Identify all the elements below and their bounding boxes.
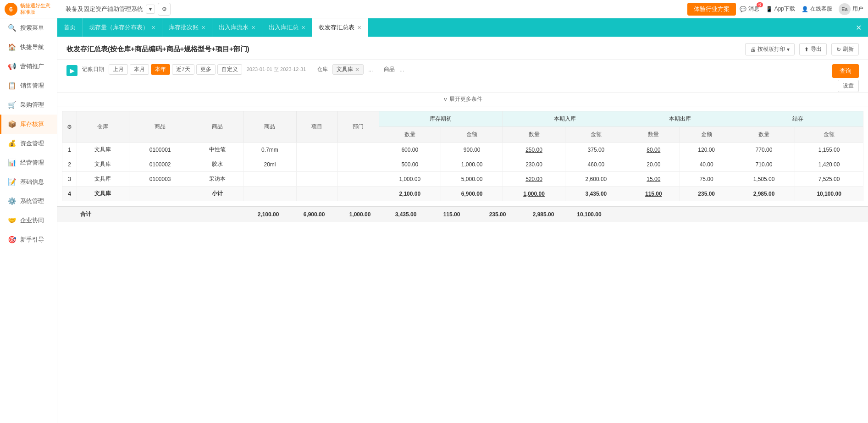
row-open-amt: 1,000.00 xyxy=(441,157,503,172)
row-dept xyxy=(337,143,379,157)
row-dept xyxy=(337,157,379,172)
sidebar-item-enterprise[interactable]: 🤝 企业协同 xyxy=(0,211,57,230)
sidebar-label-finance: 资金管理 xyxy=(20,139,44,148)
row-out-qty[interactable]: 80.00 xyxy=(627,143,680,157)
goods-filter-label: 商品 xyxy=(384,66,395,73)
filter-expand-button[interactable]: ▶ xyxy=(66,65,77,76)
row-out-qty[interactable]: 115.00 xyxy=(627,187,680,201)
tab-summary-close[interactable]: ✕ xyxy=(301,25,305,31)
sidebar-item-guide[interactable]: 🎯 新手引导 xyxy=(0,230,57,249)
row-no: 2 xyxy=(62,157,77,172)
row-close-qty: 2,985.00 xyxy=(733,187,795,201)
tab-stock-dist[interactable]: 现存量（库存分布表） ✕ xyxy=(83,18,162,37)
row-in-amt: 460.00 xyxy=(565,157,627,172)
filter-expand-col: ▶ xyxy=(66,65,77,76)
row-in-qty[interactable]: 520.00 xyxy=(503,172,565,187)
expand-more-button[interactable]: ∨ 展开更多条件 xyxy=(443,95,482,103)
date-btn-more[interactable]: 更多 xyxy=(196,64,216,75)
sidebar-item-basic[interactable]: 📝 基础信息 xyxy=(0,172,57,192)
row-out-qty[interactable]: 15.00 xyxy=(627,172,680,187)
total-close-qty: 2,985.00 xyxy=(520,211,566,218)
row-dept xyxy=(337,187,379,201)
date-btn-7days[interactable]: 近7天 xyxy=(172,64,194,75)
row-out-amt: 120.00 xyxy=(680,143,733,157)
row-goods-code xyxy=(129,187,191,201)
tab-recv-summary-close[interactable]: ✕ xyxy=(357,25,361,31)
system-title: 装备及固定资产辅助管理系统 ▾ ⚙ xyxy=(66,3,684,16)
query-button[interactable]: 查询 xyxy=(832,64,859,78)
sidebar-item-sales[interactable]: 📋 销售管理 xyxy=(0,76,57,95)
settings-icon[interactable]: ⚙ xyxy=(158,3,171,16)
sidebar-item-search[interactable]: 🔍 搜索菜单 xyxy=(0,18,57,38)
warehouse-more-btn[interactable]: ... xyxy=(368,66,373,73)
col-open-qty: 数量 xyxy=(379,127,441,143)
page-actions: 🖨 按模版打印 ▾ ⬆ 导出 ↻ 刷新 xyxy=(745,43,859,55)
date-btn-this-year[interactable]: 本年 xyxy=(151,64,170,75)
total-open-amt: 6,900.00 xyxy=(291,211,337,218)
col-dept-header: 部门 xyxy=(337,111,379,143)
sidebar-item-quick[interactable]: 🏠 快捷导航 xyxy=(0,38,57,57)
refresh-button[interactable]: ↻ 刷新 xyxy=(831,43,859,55)
table-row: 4文具库小计2,100.006,900.001,000.003,435.0011… xyxy=(62,187,863,201)
system-dropdown[interactable]: ▾ xyxy=(146,5,155,14)
warehouse-tag-close[interactable]: ✕ xyxy=(355,66,359,73)
chevron-down-icon: ∨ xyxy=(443,96,448,103)
tab-stock-dist-label: 现存量（库存分布表） xyxy=(89,23,149,32)
row-out-amt: 40.00 xyxy=(680,157,733,172)
total-out-amt: 235.00 xyxy=(475,211,520,218)
tab-recv-summary[interactable]: 收发存汇总表 ✕ xyxy=(312,18,368,37)
goods-more-btn[interactable]: ... xyxy=(399,66,404,73)
bottom-total-bar: 合计 2,100.00 6,900.00 1,000.00 3,435.00 1… xyxy=(57,206,868,222)
sidebar-item-inventory[interactable]: 📦 库存核算 xyxy=(0,115,57,134)
tab-batch[interactable]: 库存批次账 ✕ xyxy=(162,18,212,37)
date-btn-custom[interactable]: 自定义 xyxy=(217,64,242,75)
tab-flow-close[interactable]: ✕ xyxy=(251,25,255,31)
row-project xyxy=(296,143,337,157)
row-in-qty[interactable]: 1,000.00 xyxy=(503,187,565,201)
date-filter: 上月 本月 本年 近7天 更多 自定义 xyxy=(109,64,242,75)
table-container: ⚙ 仓库 商品 商品 商品 项目 部门 库存期初 本期入库 本期出库 结存 xyxy=(57,106,868,206)
tab-bar-close-all[interactable]: ✕ xyxy=(849,23,868,32)
app-download-button[interactable]: 📱 App下载 xyxy=(766,5,795,13)
sidebar-item-finance[interactable]: 💰 资金管理 xyxy=(0,134,57,153)
online-service-button[interactable]: 👤 在线客服 xyxy=(802,5,832,13)
trial-button[interactable]: 体验行业方案 xyxy=(687,3,736,16)
row-close-amt: 1,155.00 xyxy=(795,143,863,157)
date-btn-last-month[interactable]: 上月 xyxy=(109,64,128,75)
sidebar-item-marketing[interactable]: 📢 营销推广 xyxy=(0,57,57,76)
user-button[interactable]: Ea 用户 xyxy=(839,3,863,15)
top-bar: 6 畅捷通好生意 标准版 装备及固定资产辅助管理系统 ▾ ⚙ 体验行业方案 💬 … xyxy=(0,0,868,18)
print-button[interactable]: 🖨 按模版打印 ▾ xyxy=(745,43,795,55)
tab-summary[interactable]: 出入库汇总 ✕ xyxy=(262,18,312,37)
basic-icon: 📝 xyxy=(8,178,17,186)
sidebar-item-purchase[interactable]: 🛒 采购管理 xyxy=(0,95,57,115)
row-no: 3 xyxy=(62,172,77,187)
row-close-amt: 1,420.00 xyxy=(795,157,863,172)
filter-bar: ▶ 记账日期 上月 本月 本年 近7天 更多 自定义 2023-01-01 xyxy=(57,60,868,93)
col-goods-name-header: 商品 xyxy=(191,111,243,143)
sidebar-label-inventory: 库存核算 xyxy=(20,120,44,128)
export-button[interactable]: ⬆ 导出 xyxy=(799,43,827,55)
tab-stock-dist-close[interactable]: ✕ xyxy=(151,25,155,31)
sales-icon: 📋 xyxy=(8,82,17,90)
page-content: 收发存汇总表(按仓库+商品编码+商品+规格型号+项目+部门) 🖨 按模版打印 ▾… xyxy=(57,37,868,423)
tab-home[interactable]: 首页 xyxy=(57,18,83,37)
row-close-amt: 10,100.00 xyxy=(795,187,863,201)
total-close-amt: 10,100.00 xyxy=(566,211,612,218)
sidebar-item-system[interactable]: ⚙️ 系统管理 xyxy=(0,192,57,211)
col-closing-header: 结存 xyxy=(733,111,863,127)
row-close-qty: 1,505.00 xyxy=(733,172,795,187)
date-btn-this-month[interactable]: 本月 xyxy=(130,64,149,75)
message-button[interactable]: 💬 消息 6 xyxy=(740,5,759,13)
row-in-qty[interactable]: 250.00 xyxy=(503,143,565,157)
row-project xyxy=(296,172,337,187)
tab-batch-close[interactable]: ✕ xyxy=(201,25,205,31)
col-settings[interactable]: ⚙ xyxy=(62,111,77,143)
tab-flow[interactable]: 出入库流水 ✕ xyxy=(212,18,262,37)
filter-side-area: 查询 设置 xyxy=(808,64,859,92)
filter-settings-button[interactable]: 设置 xyxy=(838,80,859,92)
expand-bar: ∨ 展开更多条件 xyxy=(57,93,868,106)
row-out-qty[interactable]: 20.00 xyxy=(627,157,680,172)
row-in-qty[interactable]: 230.00 xyxy=(503,157,565,172)
sidebar-item-operations[interactable]: 📊 经营管理 xyxy=(0,153,57,172)
